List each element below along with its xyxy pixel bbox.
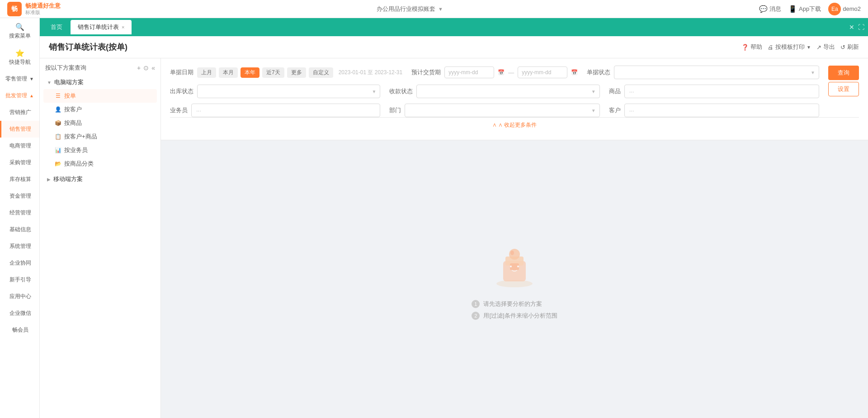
calendar-to-icon[interactable]: 📅 <box>571 69 578 76</box>
payment-status-select[interactable]: ▼ <box>416 85 599 98</box>
sidebar-item-corpwechat[interactable]: 企业微信 <box>0 305 39 322</box>
filter-department-item: 部门 ▼ <box>389 104 599 117</box>
date-btn-this-year[interactable]: 本年 <box>241 67 259 78</box>
search-icon: 🔍 <box>15 23 24 31</box>
date-btn-more[interactable]: 更多 <box>287 67 306 78</box>
date-btn-7days[interactable]: 近7天 <box>262 67 284 78</box>
date-btn-last-month[interactable]: 上月 <box>197 67 216 78</box>
payment-dropdown-icon: ▼ <box>591 89 596 94</box>
date-filter-label: 单据日期 <box>170 68 193 76</box>
svg-point-3 <box>509 249 520 260</box>
sidebar-item-operations[interactable]: 经营管理 <box>0 204 39 221</box>
plan-group-mobile-header[interactable]: ▶ 移动端方案 <box>43 172 157 186</box>
plan-item-by-salesman[interactable]: 📊 按业务员 <box>43 143 157 157</box>
left-panel-title: 按以下方案查询 <box>45 64 86 72</box>
empty-illustration <box>487 238 542 293</box>
sidebar-item-system[interactable]: 系统管理 <box>0 238 39 255</box>
calendar-from-icon[interactable]: 📅 <box>498 69 505 76</box>
page-title: 销售订单统计表(按单) <box>49 42 127 58</box>
workspace-selector[interactable]: 办公用品行业模拟账套 ▼ <box>377 5 443 13</box>
sidebar-item-sales[interactable]: 销售管理 <box>0 121 39 138</box>
sidebar-item-inventory[interactable]: 库存核算 <box>0 171 39 188</box>
avatar: Ea <box>828 3 841 15</box>
plan-item-by-category[interactable]: 📂 按商品分类 <box>43 157 157 171</box>
salesman-select[interactable]: ··· <box>191 104 380 117</box>
messages-btn[interactable]: 💬 消息 <box>759 5 781 13</box>
sidebar-item-member[interactable]: 畅会员 <box>0 322 39 338</box>
sidebar-item-basic[interactable]: 基础信息 <box>0 221 39 238</box>
filter-settings-btn[interactable]: 设置 <box>828 82 859 96</box>
plan-item-by-order[interactable]: ☰ 按单 <box>43 89 157 103</box>
date-btn-this-month[interactable]: 本月 <box>219 67 238 78</box>
plan-item-by-customer[interactable]: 👤 按客户 <box>43 103 157 116</box>
retail-arrow-icon: ▼ <box>29 76 34 81</box>
department-dropdown-icon: ▼ <box>591 108 596 113</box>
salesman-filter-label: 业务员 <box>170 106 188 114</box>
print-btn[interactable]: 🖨 按模板打印 ▼ <box>768 43 811 51</box>
plan-item-by-goods[interactable]: 📦 按商品 <box>43 116 157 130</box>
username: demo2 <box>843 5 861 12</box>
sidebar-item-marketing[interactable]: 营销推广 <box>0 104 39 121</box>
delivery-status-select[interactable]: ▼ <box>197 85 380 98</box>
sidebar-item-purchase[interactable]: 采购管理 <box>0 154 39 171</box>
tab-maximize-btn[interactable]: ⛶ <box>858 24 864 31</box>
export-btn[interactable]: ↗ 导出 <box>816 43 835 51</box>
plan-settings-btn[interactable]: ⊙ <box>143 64 149 71</box>
tip-text-1: 请先选择要分析的方案 <box>483 300 542 308</box>
left-panel: 按以下方案查询 + ⊙ « ▼ 电脑端方案 ☰ 按单 <box>40 58 161 418</box>
by-customer-icon: 👤 <box>54 106 61 113</box>
department-filter-label: 部门 <box>389 106 401 114</box>
filter-delivery-status-item: 出库状态 ▼ <box>170 85 380 98</box>
filter-date-item: 单据日期 上月 本月 本年 近7天 更多 自定义 <box>170 67 402 78</box>
expected-date-to-input[interactable] <box>518 66 567 78</box>
date-range-display: 2023-01-01 至 2023-12-31 <box>339 69 402 76</box>
right-panel: 单据日期 上月 本月 本年 近7天 更多 自定义 <box>161 58 868 418</box>
filter-row-3: 业务员 ··· 部门 ▼ <box>170 104 819 117</box>
help-btn[interactable]: ❓ 帮助 <box>741 43 762 51</box>
brand-info: 畅捷通好生意 标准版 <box>25 2 61 15</box>
goods-select[interactable]: ··· <box>624 85 819 98</box>
sidebar-item-wholesale[interactable]: 批发管理 ▲ <box>0 87 39 104</box>
tab-close-all-btn[interactable]: ✕ <box>849 24 854 31</box>
sidebar-item-retail[interactable]: 零售管理 ▼ <box>0 71 39 87</box>
topbar-right: 💬 消息 📱 App下载 Ea demo2 <box>759 3 861 15</box>
svg-point-6 <box>510 266 512 267</box>
tab-close-btn[interactable]: × <box>122 24 124 30</box>
tab-sales-statistics[interactable]: 销售订单统计表 × <box>71 20 132 34</box>
app-download-btn[interactable]: 📱 App下载 <box>788 5 821 13</box>
help-icon: ❓ <box>741 44 749 51</box>
sidebar-item-ecommerce[interactable]: 电商管理 <box>0 138 39 154</box>
date-filter: 上月 本月 本年 近7天 更多 自定义 <box>197 67 333 78</box>
user-menu[interactable]: Ea demo2 <box>828 3 861 15</box>
plan-item-by-customer-goods[interactable]: 📋 按客户+商品 <box>43 130 157 143</box>
sidebar-search[interactable]: 🔍 搜索菜单 <box>0 18 39 44</box>
date-btn-custom[interactable]: 自定义 <box>309 67 333 78</box>
print-icon: 🖨 <box>768 44 774 51</box>
department-select[interactable]: ▼ <box>405 104 599 117</box>
sidebar-item-enterprise[interactable]: 企业协同 <box>0 255 39 271</box>
tab-home[interactable]: 首页 <box>43 20 70 34</box>
filter-payment-status-item: 收款状态 ▼ <box>389 85 599 98</box>
customer-select[interactable]: ··· <box>624 104 819 117</box>
panel-collapse-btn[interactable]: « <box>151 64 155 71</box>
sidebar-item-appcenter[interactable]: 应用中心 <box>0 288 39 305</box>
refresh-btn[interactable]: ↺ 刷新 <box>840 43 859 51</box>
add-plan-btn[interactable]: + <box>137 64 141 71</box>
sidebar-item-finance[interactable]: 资金管理 <box>0 188 39 204</box>
sidebar-quicknav[interactable]: ⭐ 快捷导航 <box>0 44 39 71</box>
export-icon: ↗ <box>816 44 821 51</box>
status-select[interactable]: ▼ <box>614 66 819 79</box>
expected-date-from-input[interactable] <box>444 66 494 78</box>
left-panel-header: 按以下方案查询 + ⊙ « <box>43 64 157 72</box>
filter-customer-item: 客户 ··· <box>609 104 819 117</box>
sidebar-item-newbie[interactable]: 新手引导 <box>0 271 39 288</box>
collapse-bar[interactable]: ∧ ∧ 收起更多条件 <box>170 117 859 133</box>
workspace-dropdown-icon[interactable]: ▼ <box>438 6 443 12</box>
plan-group-pc-header[interactable]: ▼ 电脑端方案 <box>43 76 157 89</box>
brand-sub: 标准版 <box>25 10 61 15</box>
filter-salesman-item: 业务员 ··· <box>170 104 380 117</box>
left-panel-actions: + ⊙ « <box>137 64 155 71</box>
page-actions: ❓ 帮助 🖨 按模板打印 ▼ ↗ 导出 ↺ 刷新 <box>741 43 859 57</box>
expected-date-label: 预计交货期 <box>411 68 441 76</box>
query-btn[interactable]: 查询 <box>828 66 859 80</box>
